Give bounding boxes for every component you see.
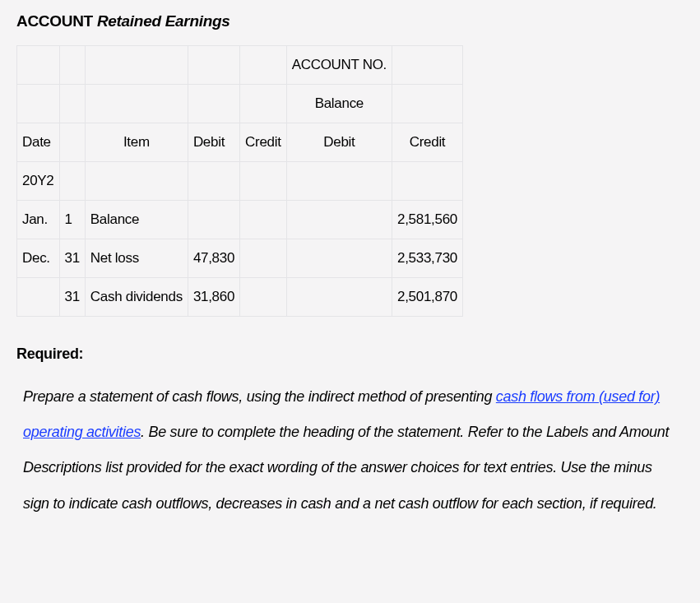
cell-empty: [85, 46, 188, 85]
header-item: Item: [85, 123, 188, 162]
cell-item: Cash dividends: [85, 278, 188, 317]
cell-debit: [188, 162, 239, 201]
cell-empty: [392, 85, 463, 123]
cell-month: [17, 278, 60, 317]
cell-credit: [240, 239, 287, 278]
cell-debit: [188, 201, 239, 239]
cell-bal-credit: 2,581,560: [392, 201, 463, 239]
account-title: ACCOUNT Retained Earnings: [16, 12, 684, 30]
account-no-label: ACCOUNT NO.: [286, 46, 392, 85]
header-bal-debit: Debit: [286, 123, 392, 162]
cell-item: [85, 162, 188, 201]
table-row: Balance: [17, 85, 463, 123]
table-row: 20Y2: [17, 162, 463, 201]
required-label: Required:: [16, 346, 684, 363]
cell-bal-debit: [286, 239, 392, 278]
cell-debit: 47,830: [188, 239, 239, 278]
cell-empty: [392, 46, 463, 85]
cell-bal-credit: 2,533,730: [392, 239, 463, 278]
cell-item: Balance: [85, 201, 188, 239]
cell-empty: [59, 85, 85, 123]
cell-credit: [240, 278, 287, 317]
instructions-before: Prepare a statement of cash flows, using…: [23, 388, 496, 405]
cell-empty: [17, 85, 60, 123]
cell-bal-credit: 2,501,870: [392, 278, 463, 317]
cell-empty: [85, 85, 188, 123]
header-credit: Credit: [240, 123, 287, 162]
cell-bal-debit: [286, 278, 392, 317]
cell-empty: [240, 46, 287, 85]
table-row: ACCOUNT NO.: [17, 46, 463, 85]
table-row: Date Item Debit Credit Debit Credit: [17, 123, 463, 162]
cell-item: Net loss: [85, 239, 188, 278]
cell-bal-debit: [286, 162, 392, 201]
cell-empty: [59, 46, 85, 85]
cell-day: 1: [59, 201, 85, 239]
header-date: Date: [17, 123, 60, 162]
cell-month: 20Y2: [17, 162, 60, 201]
cell-credit: [240, 201, 287, 239]
cell-empty: [188, 46, 239, 85]
instructions-text: Prepare a statement of cash flows, using…: [16, 379, 684, 522]
table-row: Dec. 31 Net loss 47,830 2,533,730: [17, 239, 463, 278]
cell-empty: [240, 85, 287, 123]
cell-day: 31: [59, 239, 85, 278]
cell-empty: [59, 123, 85, 162]
cell-bal-credit: [392, 162, 463, 201]
cell-bal-debit: [286, 201, 392, 239]
account-label: ACCOUNT: [16, 12, 93, 30]
cell-credit: [240, 162, 287, 201]
table-row: Jan. 1 Balance 2,581,560: [17, 201, 463, 239]
table-row: 31 Cash dividends 31,860 2,501,870: [17, 278, 463, 317]
cell-empty: [188, 85, 239, 123]
balance-header: Balance: [286, 85, 392, 123]
account-name: Retained Earnings: [97, 12, 230, 30]
cell-month: Jan.: [17, 201, 60, 239]
cell-day: 31: [59, 278, 85, 317]
header-bal-credit: Credit: [392, 123, 463, 162]
cell-month: Dec.: [17, 239, 60, 278]
ledger-table: ACCOUNT NO. Balance Date Item Debit Cred…: [16, 45, 463, 317]
cell-day: [59, 162, 85, 201]
header-debit: Debit: [188, 123, 239, 162]
cell-empty: [17, 46, 60, 85]
cell-debit: 31,860: [188, 278, 239, 317]
